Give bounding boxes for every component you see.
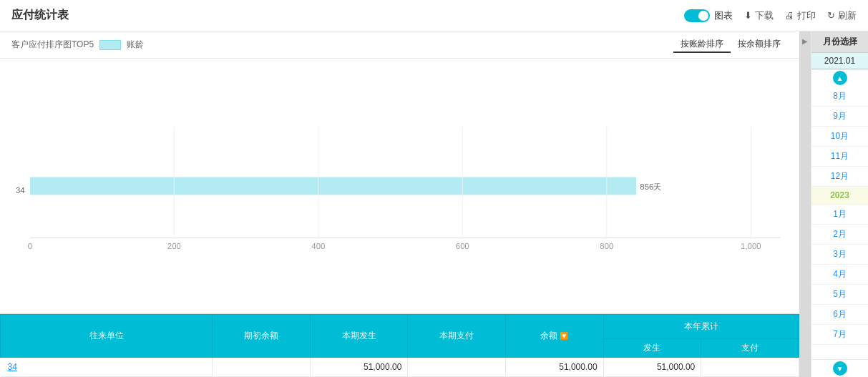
refresh-button[interactable]: ↻ 刷新 [827, 9, 857, 22]
print-icon: 🖨 [785, 10, 794, 21]
svg-text:800: 800 [600, 242, 613, 250]
header-actions: 图表 ⬇ 下载 🖨 打印 ↻ 刷新 [684, 9, 857, 22]
year-label-2023: 2023 [811, 187, 868, 205]
page-title: 应付统计表 [11, 8, 69, 23]
sort-buttons: 按账龄排序 按余额排序 [673, 36, 788, 53]
sort-by-balance-button[interactable]: 按账龄排序 [673, 36, 731, 53]
download-button[interactable]: ⬇ 下载 [744, 9, 774, 22]
month-item-3[interactable]: 3月 [811, 245, 868, 265]
cell-opening [213, 358, 311, 377]
nav-down-button[interactable]: ▼ [833, 361, 847, 376]
sort-by-amount-button[interactable]: 按余额排序 [731, 36, 788, 53]
print-label: 打印 [797, 9, 816, 22]
y-axis-label: 34 [16, 186, 25, 195]
chart-toggle-wrap[interactable]: 图表 [684, 9, 733, 22]
table-header-row: 往来单位 期初余额 本期发生 本期支付 余额 🔽 本年累计 [1, 315, 799, 339]
bar-end-label: 856天 [640, 182, 661, 191]
cell-balance: 51,000.00 [506, 358, 604, 377]
unit-link[interactable]: 34 [8, 362, 17, 372]
main-table: 往来单位 期初余额 本期发生 本期支付 余额 🔽 本年累计 [0, 314, 799, 377]
nav-up-button[interactable]: ▲ [833, 71, 847, 85]
legend-box [99, 40, 121, 50]
month-item-4[interactable]: 4月 [811, 265, 868, 285]
col-header-opening: 期初余额 [213, 315, 311, 358]
month-item-2[interactable]: 2月 [811, 225, 868, 245]
cell-current-occ: 51,000.00 [310, 358, 408, 377]
month-item-11[interactable]: 11月 [811, 147, 868, 167]
cell-unit: 34 [1, 358, 213, 377]
chart-legend: 客户应付排序图TOP5 账龄 [11, 39, 144, 51]
cell-ytd-pay [701, 358, 799, 377]
chart-area: 客户应付排序图TOP5 账龄 按账龄排序 按余额排序 34 856天 [0, 31, 799, 377]
month-item-8[interactable]: 8月 [811, 87, 868, 107]
chart-toggle[interactable] [684, 9, 710, 22]
month-item-10[interactable]: 10月 [811, 127, 868, 147]
month-item-5[interactable]: 5月 [811, 285, 868, 305]
svg-text:200: 200 [167, 242, 181, 250]
svg-text:1,000: 1,000 [741, 242, 761, 250]
cell-current-pay [408, 358, 506, 377]
legend-text: 客户应付排序图TOP5 [11, 39, 94, 51]
table-wrap: 往来单位 期初余额 本期发生 本期支付 余额 🔽 本年累计 [0, 314, 799, 377]
sidebar-year-input[interactable]: 2021.01 [811, 53, 868, 69]
table-area: 往来单位 期初余额 本期发生 本期支付 余额 🔽 本年累计 [0, 313, 799, 377]
month-item-1[interactable]: 1月 [811, 205, 868, 225]
svg-text:400: 400 [311, 242, 325, 250]
legend-item-label: 账龄 [127, 39, 144, 51]
sidebar: 月份选择 2021.01 ▲ 8月 9月 10月 11月 12月 2023 1月… [811, 31, 868, 377]
chart-svg: 34 856天 0 200 400 600 800 1,000 [11, 66, 788, 306]
refresh-icon: ↻ [827, 10, 835, 21]
month-item-6[interactable]: 6月 [811, 305, 868, 325]
refresh-label: 刷新 [838, 9, 857, 22]
month-item-9[interactable]: 9月 [811, 107, 868, 127]
col-header-current-occ: 本期发生 [310, 315, 408, 358]
col-header-current-pay: 本期支付 [408, 315, 506, 358]
col-header-unit: 往来单位 [1, 315, 213, 358]
sidebar-nav-up: ▲ [811, 69, 868, 87]
main-content: 客户应付排序图TOP5 账龄 按账龄排序 按余额排序 34 856天 [0, 31, 868, 377]
svg-text:0: 0 [28, 242, 32, 250]
chart-canvas: 34 856天 0 200 400 600 800 1,000 [0, 59, 799, 313]
month-item-7[interactable]: 7月 [811, 325, 868, 345]
balance-filter-icon[interactable]: 🔽 [560, 332, 568, 340]
sidebar-header: 月份选择 [811, 31, 868, 53]
month-item-12[interactable]: 12月 [811, 167, 868, 187]
page-header: 应付统计表 图表 ⬇ 下载 🖨 打印 ↻ 刷新 [0, 0, 868, 31]
col-header-balance: 余额 🔽 [506, 315, 604, 358]
download-icon: ⬇ [744, 10, 752, 21]
col-header-ytd: 本年累计 [603, 315, 799, 339]
col-sub-ytd-occ: 发生 [603, 339, 701, 358]
print-button[interactable]: 🖨 打印 [785, 9, 816, 22]
chart-toggle-label: 图表 [714, 9, 733, 22]
download-label: 下载 [755, 9, 774, 22]
table-row: 34 51,000.00 51,000.00 51,000.00 [1, 358, 799, 377]
col-sub-ytd-pay: 支付 [701, 339, 799, 358]
chart-bar [30, 177, 636, 195]
chart-header: 客户应付排序图TOP5 账龄 按账龄排序 按余额排序 [0, 31, 799, 59]
cell-ytd-occ: 51,000.00 [603, 358, 701, 377]
svg-text:600: 600 [456, 242, 469, 250]
sidebar-months: 8月 9月 10月 11月 12月 2023 1月 2月 3月 4月 5月 6月… [811, 87, 868, 359]
sidebar-nav-down: ▼ [811, 359, 868, 377]
sidebar-collapse-arrow[interactable]: ▶ [799, 31, 811, 377]
